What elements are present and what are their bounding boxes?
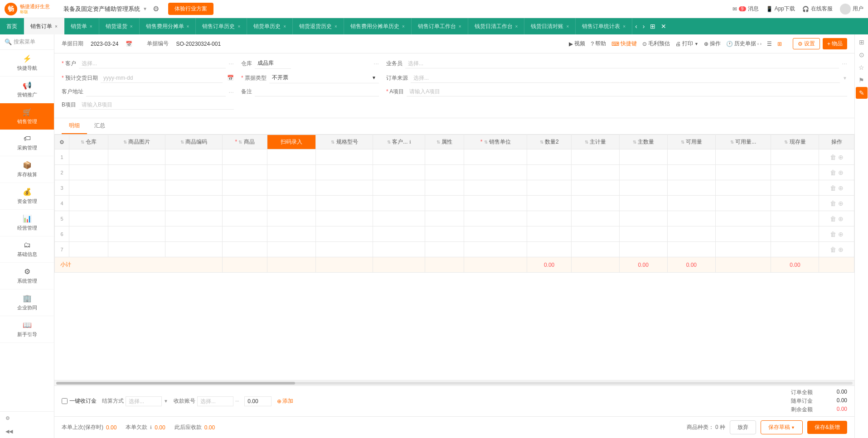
sidebar-item-new-guide[interactable]: 📖 新手引导 — [0, 316, 54, 343]
one-click-pay-checkbox[interactable] — [62, 398, 68, 404]
bank-account-input[interactable] — [197, 396, 233, 406]
sidebar-item-finance[interactable]: 💰 资金管理 — [0, 183, 54, 210]
col-available-qty[interactable]: ⇅ 可用量 — [667, 135, 715, 149]
tab-sales-order-workbench[interactable]: 销售订单工作台 × — [412, 18, 468, 34]
invoice-type-dropdown-icon[interactable]: ▼ — [372, 75, 376, 80]
help-btn[interactable]: ? 帮助 — [591, 40, 606, 48]
col-customer-item[interactable]: ⇅ 客户... ℹ — [373, 135, 425, 149]
tab-cash-daily-reconcile[interactable]: 钱货日清对账 × — [524, 18, 576, 34]
customer-more-icon[interactable]: ··· — [228, 60, 234, 67]
tab-summary[interactable]: 汇总 — [87, 118, 112, 134]
row-customer-item[interactable] — [373, 149, 425, 165]
row-sales-unit[interactable] — [464, 149, 527, 165]
col-spec[interactable]: ⇅ 规格型号 — [316, 135, 373, 149]
sidebar-item-marketing[interactable]: 📢 营销推广 — [0, 77, 54, 103]
tab-close-icon[interactable]: × — [283, 24, 286, 29]
copy-row-icon[interactable]: ⊕ — [838, 184, 844, 192]
history-nav-prev[interactable]: ‹ — [757, 42, 759, 46]
settings-form-btn[interactable]: ⚙ 设置 — [793, 38, 820, 49]
tab-close-icon[interactable]: × — [566, 24, 569, 29]
remarks-input[interactable] — [255, 87, 379, 96]
save-draft-dropdown-icon[interactable]: ▼ — [791, 425, 795, 430]
row-main-qty[interactable] — [619, 149, 667, 165]
tab-sales-fee-split-history[interactable]: 销售费用分摊单历史 × — [344, 18, 412, 34]
history-btn[interactable]: 🕐 历史单据 ‹ › — [726, 40, 761, 48]
tab-sales-refund-history[interactable]: 销货退货历史 × — [293, 18, 344, 34]
shortcut-btn[interactable]: ⌨ 快捷键 — [611, 40, 637, 48]
calendar-icon[interactable]: 📅 — [126, 41, 132, 47]
col-main-qty[interactable]: ⇅ 主数量 — [619, 135, 667, 149]
copy-row-icon[interactable]: ⊕ — [838, 154, 844, 161]
profit-btn[interactable]: ⊙ 毛利预估 — [642, 40, 670, 48]
col-settings[interactable]: ⚙ — [55, 135, 69, 149]
tab-close-icon[interactable]: × — [238, 24, 240, 29]
tab-prev-btn[interactable]: ‹ — [632, 18, 640, 34]
order-source-dropdown-icon[interactable]: ▼ — [843, 76, 847, 81]
col-product-image[interactable]: ⇅ 商品图片 — [108, 135, 165, 149]
tab-sales-refund[interactable]: 销货退货 × — [99, 18, 140, 34]
project-b-input[interactable] — [79, 100, 234, 110]
row-available-qty[interactable] — [667, 149, 715, 165]
col-current-qty[interactable]: ⇅ 现存量 — [771, 135, 819, 149]
tab-close-all-btn[interactable]: ✕ — [658, 18, 669, 34]
tab-close-icon[interactable]: × — [187, 24, 189, 29]
sidebar-item-inventory[interactable]: 📦 库存核算 — [0, 156, 54, 183]
delete-row-icon[interactable]: 🗑 — [830, 184, 836, 192]
sidebar-item-enterprise[interactable]: 🏢 企业协同 — [0, 289, 54, 316]
view-video-btn[interactable]: ▶ 视频 — [569, 40, 585, 48]
tab-close-icon[interactable]: × — [402, 24, 405, 29]
warehouse-more-icon[interactable]: ··· — [373, 60, 379, 67]
industry-btn[interactable]: 体验行业方案 — [168, 3, 213, 15]
sidebar-collapse-item[interactable]: ◀◀ — [0, 425, 54, 438]
tab-sales-fee-split[interactable]: 销售费用分摊单 × — [140, 18, 196, 34]
copy-row-icon[interactable]: ⊕ — [838, 215, 844, 222]
quick-action-item-4[interactable]: ⚑ — [856, 74, 868, 86]
customer-input[interactable] — [79, 59, 226, 68]
copy-row-icon[interactable]: ⊕ — [838, 246, 844, 253]
sidebar-item-system[interactable]: ⚙ 系统管理 — [0, 263, 54, 289]
warehouse-select[interactable]: 成品库 — [255, 58, 291, 69]
sidebar-item-purchase[interactable]: 🏷 采购管理 — [0, 130, 54, 156]
row-product-name[interactable] — [222, 149, 267, 165]
tab-close-icon[interactable]: × — [623, 24, 626, 29]
row-warehouse[interactable] — [69, 149, 108, 165]
delete-row-icon[interactable]: 🗑 — [830, 231, 836, 238]
row-product-code[interactable] — [165, 149, 223, 165]
copy-row-icon[interactable]: ⊕ — [838, 169, 844, 176]
tab-close-icon[interactable]: × — [55, 24, 58, 29]
view-mode-list-btn[interactable]: ☰ — [767, 41, 772, 47]
copy-row-icon[interactable]: ⊕ — [838, 231, 844, 238]
add-item-btn[interactable]: + 物品 — [823, 38, 847, 49]
discard-btn[interactable]: 放弃 — [730, 420, 756, 434]
row-scan[interactable] — [267, 149, 316, 165]
staff-input[interactable] — [405, 59, 839, 68]
row-available-more[interactable] — [715, 149, 771, 165]
bank-account-more-icon[interactable]: ··· — [235, 399, 239, 404]
project-a-input[interactable] — [407, 87, 847, 96]
col-sales-unit[interactable]: ⇅ 销售单位 — [464, 135, 527, 149]
delete-row-icon[interactable]: 🗑 — [830, 246, 836, 253]
row-current-qty[interactable] — [771, 149, 819, 165]
tab-close-icon[interactable]: × — [90, 24, 92, 29]
col-warehouse[interactable]: ⇅ 仓库 — [69, 135, 108, 149]
sidebar-item-basic-info[interactable]: 🗂 基础信息 — [0, 236, 54, 263]
delivery-date-input[interactable] — [101, 73, 223, 83]
tab-sales-order-history[interactable]: 销售订单历史 × — [196, 18, 247, 34]
tab-sales-return-history[interactable]: 销货单历史 × — [247, 18, 293, 34]
col-qty2[interactable]: ⇅ 数量2 — [527, 135, 571, 149]
tab-close-icon[interactable]: × — [515, 24, 518, 29]
tab-sales-return[interactable]: 销货单 × — [64, 18, 99, 34]
tab-cash-daily-workbench[interactable]: 钱货日清工作台 × — [468, 18, 525, 34]
user-area[interactable]: 用户 — [840, 4, 863, 14]
quick-action-item-3[interactable]: ☆ — [856, 62, 868, 73]
save-new-btn[interactable]: 保存&新增 — [807, 421, 847, 434]
operation-btn[interactable]: ⊕ 操作 — [704, 40, 721, 48]
row-product-image[interactable] — [108, 149, 165, 165]
tab-home[interactable]: 首页 — [0, 18, 24, 34]
address-more-icon[interactable]: ··· — [228, 88, 234, 96]
print-dropdown-icon[interactable]: ▼ — [694, 42, 698, 46]
row-attributes[interactable] — [425, 149, 464, 165]
quick-action-item-1[interactable]: ⊞ — [856, 36, 868, 48]
quick-action-item-2[interactable]: ⊙ — [856, 49, 868, 61]
tab-expand-btn[interactable]: ⊞ — [647, 18, 658, 34]
